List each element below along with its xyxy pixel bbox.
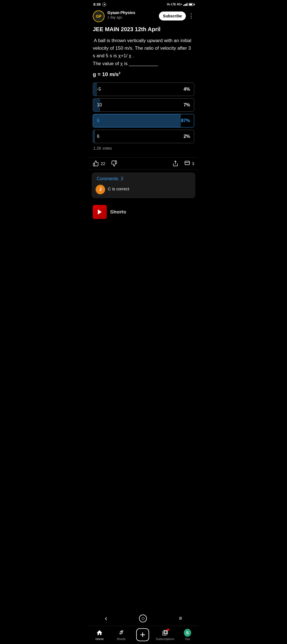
svg-rect-0 xyxy=(185,161,189,165)
comments-count-display: 3 xyxy=(121,176,123,181)
plus-icon xyxy=(140,632,146,638)
shorts-icon xyxy=(117,629,125,636)
recents-button[interactable]: ≡ xyxy=(179,615,182,622)
android-nav: ‹ ○ ≡ xyxy=(89,611,198,624)
nav-label-subscriptions: Subscriptions xyxy=(156,637,174,641)
poll-option-3[interactable]: 5 87% xyxy=(93,114,194,127)
comment-avatar: J xyxy=(96,185,105,194)
status-bar: 8:38 Vo LTE 4G+ xyxy=(89,0,198,8)
dislike-button[interactable] xyxy=(111,160,117,166)
poll-option-2[interactable]: 10 7% xyxy=(93,98,194,112)
comments-header: Comments 3 xyxy=(96,176,191,181)
video-title: JEE MAIN 2023 12th April xyxy=(93,26,194,33)
share-icon xyxy=(172,160,179,166)
signal-icon xyxy=(183,3,188,6)
comment-count: 3 xyxy=(192,161,194,166)
bottom-nav: Home Shorts Subscriptions S Y xyxy=(89,626,198,644)
like-count: 22 xyxy=(101,161,105,166)
poll-percent-4: 2% xyxy=(184,134,190,139)
poll-label-1: -5 xyxy=(93,87,101,92)
next-video-thumbnail xyxy=(93,205,107,219)
comment-icon xyxy=(184,160,190,166)
media-play-icon xyxy=(102,3,106,6)
next-video-preview[interactable]: Shorts xyxy=(89,201,198,219)
comments-header-text: Comments xyxy=(97,176,118,181)
poll-container: -5 4% 10 7% 5 87% 6 2% xyxy=(93,83,194,143)
comments-section: Comments 3 J C is correct xyxy=(92,172,195,198)
poll-option-1[interactable]: -5 4% xyxy=(93,83,194,96)
notification-badge xyxy=(167,629,169,631)
share-button[interactable] xyxy=(172,160,179,166)
nav-item-you[interactable]: S You xyxy=(179,629,196,641)
home-icon xyxy=(96,629,103,636)
poll-percent-3: 87% xyxy=(181,118,190,123)
home-button[interactable]: ○ xyxy=(139,615,147,622)
you-avatar: S xyxy=(184,629,191,637)
status-bar-right: Vo LTE 4G+ xyxy=(167,3,194,6)
comment-button[interactable]: 3 xyxy=(184,160,194,166)
video-description: A ball is thrown vertically upward with … xyxy=(93,37,194,67)
channel-logo-text: GP xyxy=(96,14,101,19)
comment-text: C is correct xyxy=(108,185,129,191)
comment-item: J C is correct xyxy=(96,185,191,194)
channel-logo[interactable]: GP xyxy=(93,10,105,22)
nav-item-subscriptions[interactable]: Subscriptions xyxy=(156,629,174,641)
play-icon xyxy=(96,209,103,215)
poll-percent-1: 4% xyxy=(184,87,190,92)
you-icon: S xyxy=(184,629,191,636)
gravity-equation: g = 10 m/s2 xyxy=(93,71,194,77)
battery-icon xyxy=(189,3,194,6)
thumbs-down-icon xyxy=(111,160,117,166)
poll-label-2: 10 xyxy=(93,102,102,108)
nav-item-add[interactable] xyxy=(134,628,151,641)
channel-time: 1 day ago xyxy=(107,15,156,19)
channel-name: Gyaan Physics xyxy=(107,10,156,15)
video-content: JEE MAIN 2023 12th April A ball is throw… xyxy=(89,24,198,157)
svg-marker-2 xyxy=(98,209,102,214)
poll-option-4[interactable]: 6 2% xyxy=(93,130,194,143)
thumbs-up-icon xyxy=(93,160,99,166)
nav-label-home: Home xyxy=(96,637,104,641)
poll-percent-2: 7% xyxy=(184,102,190,108)
network-label: Vo LTE 4G+ xyxy=(167,3,182,6)
header-actions: Subscribe ⋮ xyxy=(159,10,194,20)
poll-label-3: 5 xyxy=(93,118,99,123)
like-button[interactable]: 22 xyxy=(93,160,105,166)
next-video-title: Shorts xyxy=(110,209,126,215)
action-row: 22 3 xyxy=(89,157,198,170)
status-time: 8:38 xyxy=(93,2,101,6)
add-button[interactable] xyxy=(136,628,149,641)
back-button[interactable]: ‹ xyxy=(105,614,107,623)
poll-label-4: 6 xyxy=(93,134,99,139)
poll-votes: 1.2K votes xyxy=(93,146,194,150)
more-options-button[interactable]: ⋮ xyxy=(188,12,194,20)
nav-label-you: You xyxy=(185,637,190,641)
subscribe-button[interactable]: Subscribe xyxy=(159,12,186,20)
nav-item-shorts[interactable]: Shorts xyxy=(113,629,129,641)
channel-info: Gyaan Physics 1 day ago xyxy=(107,10,156,19)
nav-item-home[interactable]: Home xyxy=(91,629,108,641)
subscriptions-icon xyxy=(161,629,169,636)
nav-label-shorts: Shorts xyxy=(117,637,126,641)
channel-header: GP Gyaan Physics 1 day ago Subscribe ⋮ xyxy=(89,8,198,24)
poll-bar-3 xyxy=(93,114,181,127)
